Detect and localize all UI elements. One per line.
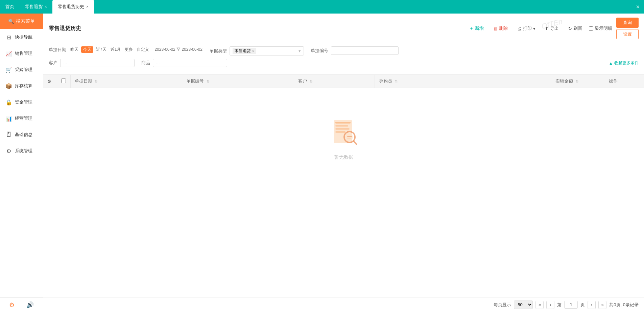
filter-area: 单据日期 昨天 今天 近7天 近1月 更多 自定义 2023-06-02 至 2… <box>43 42 644 75</box>
col-doc-no-sort-icon[interactable]: ⇅ <box>207 79 210 83</box>
col-amount-sort-icon[interactable]: ⇅ <box>576 79 579 83</box>
page-label: 第 <box>557 302 562 308</box>
col-amount: 实销金额 ⇅ <box>471 75 583 88</box>
col-customer: 客户 ⇅ <box>294 75 375 88</box>
query-button[interactable]: 查询 <box>616 18 639 28</box>
date-opt-1month[interactable]: 近1月 <box>109 46 122 53</box>
table-area: ⚙ 单据日期 ⇅ 单据编号 ⇅ <box>43 75 644 297</box>
customer-select[interactable]: … <box>60 59 135 67</box>
goods-filter: 商品 … <box>141 59 227 67</box>
sidebar-item-finance-label: 资金管理 <box>15 99 32 105</box>
purchase-icon: 🛒 <box>5 66 12 73</box>
col-checkbox[interactable] <box>57 75 70 88</box>
setting-button[interactable]: 设置 <box>616 29 639 39</box>
content-area: 零售退货历史 ＋ 新增 🗑 删除 🖨 打印 ▾ ⬆ 导出 <box>43 14 644 312</box>
col-customer-sort-icon[interactable]: ⇅ <box>310 79 313 83</box>
quick-nav-icon: ⊞ <box>5 34 12 41</box>
total-text: 共0页, 0条记录 <box>609 302 639 308</box>
date-opt-today[interactable]: 今天 <box>81 46 93 53</box>
svg-point-6 <box>346 134 353 140</box>
export-label: 导出 <box>550 25 559 31</box>
doc-type-tag: 零售退货 × <box>233 48 256 54</box>
sidebar-bottom: ⚙ 🔊 <box>0 297 43 312</box>
sidebar-audio-icon[interactable]: 🔊 <box>26 301 34 309</box>
doc-type-label: 单据类型 <box>209 48 227 54</box>
empty-state: 暂无数据 <box>43 88 644 174</box>
doc-type-tag-close[interactable]: × <box>252 49 254 53</box>
export-icon: ⬆ <box>545 26 549 31</box>
delete-button[interactable]: 🗑 删除 <box>491 24 510 33</box>
sidebar-item-finance[interactable]: 🔒 资金管理 <box>0 94 43 110</box>
tab-retail-return[interactable]: 零售退货 × <box>20 0 52 14</box>
sidebar-item-operations[interactable]: 📊 经营管理 <box>0 110 43 127</box>
date-range-display: 2023-06-02 至 2023-06-02 <box>154 47 202 52</box>
tab-home-label: 首页 <box>5 4 14 10</box>
basic-icon: 🗄 <box>5 131 12 138</box>
operations-icon: 📊 <box>5 115 12 122</box>
print-dropdown-icon: ▾ <box>533 26 535 31</box>
tab-retail-return-history[interactable]: 零售退货历史 × <box>52 0 94 14</box>
doc-type-select[interactable]: 零售退货 × ▾ <box>230 46 304 55</box>
prev-page-button[interactable]: ‹ <box>546 301 554 309</box>
tab-home[interactable]: 首页 <box>0 0 20 14</box>
goods-placeholder: … <box>156 61 160 65</box>
new-button[interactable]: ＋ 新增 <box>467 24 486 33</box>
sidebar-search[interactable]: 🔍 搜索菜单 <box>0 14 43 29</box>
svg-rect-4 <box>335 131 345 133</box>
col-doc-no: 单据编号 ⇅ <box>182 75 294 88</box>
col-doc-no-label: 单据编号 <box>186 79 204 84</box>
customer-filter-label: 客户 <box>49 60 57 66</box>
search-icon: 🔍 <box>8 19 14 24</box>
last-page-button[interactable]: » <box>598 301 606 309</box>
date-opts: 昨天 今天 近7天 近1月 更多 自定义 <box>69 46 150 53</box>
window-close-button[interactable]: × <box>632 0 644 14</box>
first-page-button[interactable]: « <box>535 301 544 309</box>
filter-row-2: 客户 … 商品 … ▲ 收 <box>49 59 639 67</box>
sidebar-item-basic[interactable]: 🗄 基础信息 <box>0 127 43 143</box>
table-header-row: ⚙ 单据日期 ⇅ 单据编号 ⇅ <box>43 75 644 88</box>
display-toggle-checkbox[interactable] <box>589 26 593 31</box>
delete-label: 删除 <box>499 25 508 31</box>
select-all-checkbox[interactable] <box>61 79 66 83</box>
tab-retail-return-close[interactable]: × <box>45 4 47 9</box>
refresh-button[interactable]: ↻ 刷新 <box>566 24 585 33</box>
sidebar-item-purchase[interactable]: 🛒 采购管理 <box>0 62 43 78</box>
sidebar-item-inventory[interactable]: 📦 库存核算 <box>0 78 43 94</box>
doc-type-filter: 单据类型 零售退货 × ▾ <box>209 46 304 55</box>
refresh-icon: ↻ <box>568 26 572 31</box>
display-toggle[interactable]: 显示明细 <box>589 25 612 31</box>
current-page-input[interactable] <box>564 301 578 309</box>
sidebar-item-quick-nav[interactable]: ⊞ 快捷导航 <box>0 29 43 45</box>
date-opt-7days[interactable]: 近7天 <box>95 46 108 53</box>
col-settings[interactable]: ⚙ <box>43 75 57 88</box>
date-opt-more[interactable]: 更多 <box>123 46 134 53</box>
collapse-label: 收起更多条件 <box>614 60 639 66</box>
date-filter-label: 单据日期 <box>49 47 66 53</box>
tab-retail-return-history-close[interactable]: × <box>86 4 89 9</box>
collapse-filter-button[interactable]: ▲ 收起更多条件 <box>609 60 639 66</box>
sales-icon: 📈 <box>5 50 12 57</box>
col-date-sort-icon[interactable]: ⇅ <box>95 79 98 83</box>
tab-retail-return-label: 零售退货 <box>25 4 43 10</box>
sidebar-item-purchase-label: 采购管理 <box>15 67 32 73</box>
goods-select[interactable]: … <box>153 59 227 67</box>
col-guide-sort-icon[interactable]: ⇅ <box>395 79 398 83</box>
date-opt-yesterday[interactable]: 昨天 <box>69 46 80 53</box>
sidebar-item-sales-label: 销售管理 <box>15 50 32 57</box>
tab-retail-return-history-label: 零售退货历史 <box>58 4 84 10</box>
page-size-select[interactable]: 10 20 50 100 <box>514 300 533 309</box>
pagination-bar: 每页显示 10 20 50 100 « ‹ 第 页 › » 共0页, 0条记录 <box>43 297 644 312</box>
next-page-button[interactable]: › <box>588 301 596 309</box>
print-button[interactable]: 🖨 打印 ▾ <box>515 24 538 33</box>
sidebar-item-system[interactable]: ⚙ 系统管理 <box>0 143 43 159</box>
sidebar-settings-icon[interactable]: ⚙ <box>9 301 15 309</box>
sidebar-item-sales[interactable]: 📈 销售管理 <box>0 45 43 62</box>
collapse-icon: ▲ <box>609 61 613 66</box>
col-action: 操作 <box>583 75 644 88</box>
date-opt-custom[interactable]: 自定义 <box>136 46 150 53</box>
top-bar: 首页 零售退货 × 零售退货历史 × × <box>0 0 644 14</box>
table-settings-icon[interactable]: ⚙ <box>47 79 51 84</box>
doc-no-input[interactable] <box>331 46 399 55</box>
export-button[interactable]: ⬆ 导出 <box>542 24 562 33</box>
delete-icon: 🗑 <box>493 26 498 31</box>
